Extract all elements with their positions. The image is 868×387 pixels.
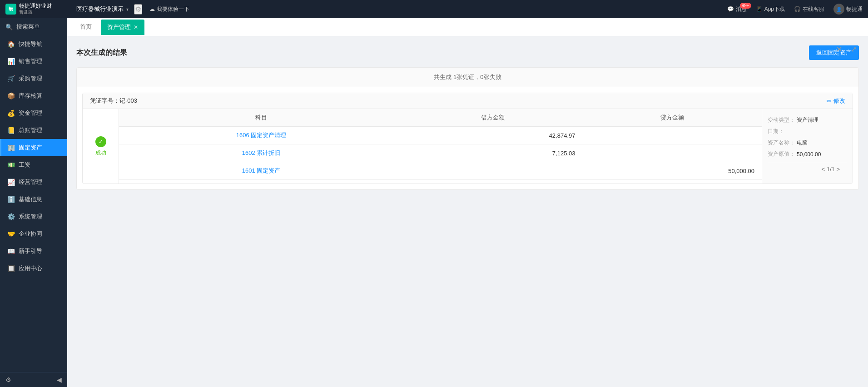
change-type-label: 变动类型：	[768, 116, 795, 124]
sidebar-item-operations[interactable]: 📈 经营管理	[0, 174, 67, 191]
sidebar-item-fixed-assets[interactable]: 🏢 固定资产	[0, 139, 67, 156]
edit-icon: ✏	[827, 98, 832, 104]
tab-asset-management[interactable]: 资产管理 ✕	[101, 20, 144, 35]
system-icon: ⚙️	[7, 213, 15, 220]
close-panel-button[interactable]: ✕	[833, 44, 844, 55]
date-label: 日期：	[768, 128, 784, 135]
app-name: 畅捷通好业财	[19, 3, 52, 9]
result-summary: 共生成 1张凭证，0张失败	[77, 68, 858, 87]
download-icon: 📱	[756, 6, 763, 12]
col-header-debit: 借方金额	[403, 109, 583, 127]
page-content: 本次生成的结果 返回固定资产 共生成 1张凭证，0张失败 凭证字号：记-003 …	[67, 36, 868, 387]
search-icon: 🔍	[5, 24, 13, 30]
status-column: ✓ 成功	[83, 109, 119, 184]
voucher-header: 凭证字号：记-003 ✏ 修改	[83, 93, 853, 109]
sidebar-item-cooperation[interactable]: 🤝 企业协同	[0, 225, 67, 243]
online-service-button[interactable]: 🎧 在线客服	[794, 5, 824, 13]
company-name: 医疗器械行业演示	[76, 5, 124, 13]
sidebar-item-search-menu[interactable]: 🔍 搜索菜单	[0, 18, 67, 35]
original-value-value: 50,000.00	[797, 151, 821, 158]
avatar-icon: 👤	[836, 7, 842, 12]
subject-cell-1: 1606 固定资产清理	[119, 127, 403, 144]
success-icon: ✓	[95, 136, 106, 147]
ledger-icon: 📒	[7, 127, 15, 134]
settings-icon[interactable]: ⚙	[134, 4, 142, 15]
sidebar-item-purchase[interactable]: 🛒 采购管理	[0, 70, 67, 87]
page-title: 本次生成的结果	[76, 48, 127, 58]
original-value-label: 资产原值：	[768, 150, 795, 158]
table-row: 1602 累计折旧 7,125.03	[119, 144, 762, 162]
sidebar-item-system[interactable]: ⚙️ 系统管理	[0, 208, 67, 225]
voucher-table: 科目 借方金额 贷方金额 1606 固定资产清理	[119, 109, 762, 180]
sidebar-item-guide[interactable]: 📖 新手引导	[0, 243, 67, 260]
credit-cell-1	[582, 127, 762, 144]
result-panel: 共生成 1张凭证，0张失败 凭证字号：记-003 ✏ 修改	[76, 67, 859, 190]
voucher-content-row: ✓ 成功 科目 借方金额 贷方金额	[83, 109, 853, 184]
change-type-row: 变动类型： 资产清理	[768, 116, 847, 124]
sidebar-item-sales[interactable]: 📊 销售管理	[0, 53, 67, 70]
chevron-down-icon: ▾	[126, 7, 129, 12]
debit-cell-2: 7,125.03	[403, 144, 583, 162]
sidebar-item-payroll[interactable]: 💵 工资	[0, 156, 67, 174]
guide-icon: 📖	[7, 248, 15, 255]
purchase-icon: 🛒	[7, 75, 15, 82]
voucher-number: 凭证字号：记-003	[90, 97, 137, 105]
header-right: 💬 消息 99+ 📱 App下载 🎧 在线客服 👤 畅捷通	[727, 4, 863, 15]
success-label: 成功	[95, 149, 106, 157]
subject-cell-3: 1601 固定资产	[119, 162, 403, 180]
finance-icon: 💰	[7, 109, 15, 117]
messages-button[interactable]: 💬 消息 99+	[727, 5, 747, 13]
fixed-assets-icon: 🏢	[7, 144, 15, 151]
debit-cell-3	[403, 162, 583, 180]
sidebar-item-quick-nav[interactable]: 🏠 快捷导航	[0, 35, 67, 53]
date-row: 日期：	[768, 128, 847, 135]
payroll-icon: 💵	[7, 161, 15, 169]
tab-bar: 首页 资产管理 ✕	[67, 18, 868, 36]
col-header-subject: 科目	[119, 109, 403, 127]
sidebar-item-ledger[interactable]: 📒 总账管理	[0, 122, 67, 139]
sidebar-item-inventory[interactable]: 📦 库存核算	[0, 87, 67, 104]
success-status: ✓ 成功	[95, 136, 106, 157]
expand-panel-button[interactable]: ⤢	[848, 44, 859, 55]
app-download-button[interactable]: 📱 App下载	[756, 5, 785, 13]
table-row: 1601 固定资产 50,000.00	[119, 162, 762, 180]
voucher-table-area: 科目 借方金额 贷方金额 1606 固定资产清理	[119, 109, 762, 184]
change-type-value: 资产清理	[797, 116, 818, 124]
sidebar-item-apps[interactable]: 🔲 应用中心	[0, 260, 67, 277]
edit-button[interactable]: ✏ 修改	[827, 97, 845, 105]
home-icon: 🏠	[7, 40, 15, 48]
logo-icon: 畅	[5, 4, 16, 15]
sidebar: 🔍 搜索菜单 🏠 快捷导航 📊 销售管理 🛒 采购管理 📦 库存核算 💰 资金管…	[0, 18, 67, 387]
user-menu[interactable]: 👤 畅捷通	[833, 4, 863, 15]
app-edition: 普及版	[19, 9, 52, 15]
subject-cell-2: 1602 累计折旧	[119, 144, 403, 162]
cooperation-icon: 🤝	[7, 230, 15, 238]
avatar: 👤	[833, 4, 844, 15]
sidebar-item-finance[interactable]: 💰 资金管理	[0, 104, 67, 122]
page-header: 本次生成的结果 返回固定资产	[76, 45, 859, 60]
credit-cell-2	[582, 144, 762, 162]
table-row: 1606 固定资产清理 42,874.97	[119, 127, 762, 144]
voucher-section: 凭证字号：记-003 ✏ 修改 ✓ 成功	[82, 93, 853, 184]
sales-icon: 📊	[7, 58, 15, 65]
headset-icon: 🎧	[794, 6, 801, 12]
message-icon: 💬	[727, 6, 734, 12]
sidebar-item-basic-info[interactable]: ℹ️ 基础信息	[0, 191, 67, 208]
sidebar-bottom: ⚙ ◀	[0, 372, 67, 387]
asset-name-label: 资产名称：	[768, 139, 795, 147]
settings-bottom-icon[interactable]: ⚙	[5, 376, 11, 383]
tab-close-icon[interactable]: ✕	[134, 24, 138, 30]
main-layout: 🔍 搜索菜单 🏠 快捷导航 📊 销售管理 🛒 采购管理 📦 库存核算 💰 资金管…	[0, 18, 868, 387]
pagination: < 1/1 >	[768, 162, 847, 176]
company-selector[interactable]: 医疗器械行业演示 ▾	[76, 5, 129, 13]
asset-name-row: 资产名称： 电脑	[768, 139, 847, 147]
inventory-icon: 📦	[7, 92, 15, 99]
tab-home[interactable]: 首页	[74, 19, 97, 35]
messages-badge: 99+	[740, 3, 751, 9]
asset-name-value: 电脑	[797, 139, 808, 147]
trial-button[interactable]: ☁ 我要体验一下	[149, 5, 189, 13]
panel-controls: ✕ ⤢	[833, 44, 859, 55]
original-value-row: 资产原值： 50,000.00	[768, 150, 847, 158]
debit-cell-1: 42,874.97	[403, 127, 583, 144]
collapse-icon[interactable]: ◀	[57, 376, 62, 383]
